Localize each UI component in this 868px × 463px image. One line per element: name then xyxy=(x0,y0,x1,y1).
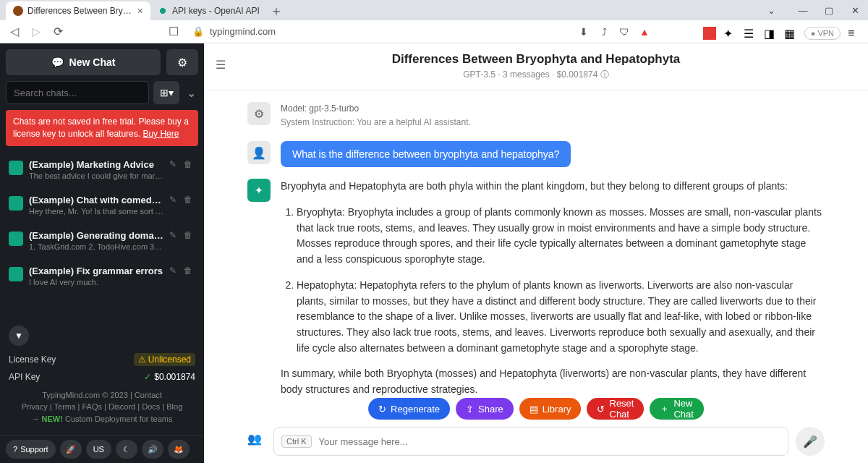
puzzle-icon[interactable]: ✦ xyxy=(723,27,736,40)
new-chat-button[interactable]: 💬 New Chat xyxy=(6,49,161,75)
chat-title: Differences Between Bryophyta and Hepato… xyxy=(218,52,854,67)
ai-list-item: Hepatophyta: Hepatophyta refers to the p… xyxy=(297,278,825,356)
expand-button[interactable]: ▼ xyxy=(9,326,29,346)
lock-icon: 🔒 xyxy=(192,26,204,37)
api-cost[interactable]: ✓$0.001874 xyxy=(144,372,195,382)
message-textfield[interactable] xyxy=(319,436,781,447)
close-window-button[interactable]: ✕ xyxy=(842,0,868,20)
rocket-button[interactable]: 🚀 xyxy=(60,440,82,459)
back-button[interactable]: ◁ xyxy=(7,25,22,39)
region-button[interactable]: US xyxy=(86,440,111,459)
license-key-label: License Key xyxy=(9,354,56,365)
library-button[interactable]: ▤Library xyxy=(519,398,582,420)
edit-icon[interactable]: ✎ xyxy=(169,159,181,171)
minimize-button[interactable]: — xyxy=(790,0,816,20)
edit-icon[interactable]: ✎ xyxy=(169,230,181,242)
bottom-toolbar: ?Support 🚀 US ☾ 🔊 🦊 xyxy=(0,435,204,463)
chat-item[interactable]: (Example) Generating domain n... 1. Task… xyxy=(0,223,204,258)
new-tab-button[interactable]: ＋ xyxy=(267,1,286,20)
check-icon: ✓ xyxy=(144,372,151,382)
assistant-message: ✦ Bryophyta and Hepatophyta are both phy… xyxy=(247,179,825,407)
chat-list: (Example) Marketing Advice The best advi… xyxy=(0,152,204,320)
user-message: 👤 What is the difference between bryophy… xyxy=(247,141,825,167)
browser-tab[interactable]: API keys - OpenAI API xyxy=(150,1,267,20)
calendar-icon[interactable]: ▦ xyxy=(784,27,797,40)
license-status[interactable]: ⚠Unlicensed xyxy=(134,353,195,366)
chat-item-icon xyxy=(9,232,23,246)
system-instruction-text: System Instruction: You are a helpful AI… xyxy=(281,117,471,127)
chat-icon: 💬 xyxy=(51,56,64,68)
shortcut-badge: Ctrl K xyxy=(281,435,312,448)
chat-item-title: (Example) Chat with comedian xyxy=(29,195,163,205)
trash-icon[interactable]: 🗑 xyxy=(184,266,195,277)
vpn-button[interactable]: ● VPN xyxy=(804,27,841,40)
ai-paragraph: In summary, while both Bryophyta (mosses… xyxy=(281,366,825,397)
tab-favicon xyxy=(158,6,168,16)
mic-button[interactable]: 🎤 xyxy=(796,427,825,456)
support-button[interactable]: ?Support xyxy=(6,440,56,459)
chat-item-title: (Example) Generating domain n... xyxy=(29,230,163,241)
trash-icon[interactable]: 🗑 xyxy=(184,230,195,242)
add-folder-button[interactable]: ⊞▾ xyxy=(153,81,179,104)
share-button[interactable]: ⇪Share xyxy=(456,398,514,420)
sort-button[interactable]: ⌄ xyxy=(184,81,198,104)
new-badge: NEW! xyxy=(42,415,63,423)
search-input[interactable] xyxy=(6,81,149,104)
chat-item-icon xyxy=(9,267,23,281)
ai-icon: ✦ xyxy=(247,179,271,202)
message-input[interactable]: Ctrl K xyxy=(273,427,788,456)
help-icon: ? xyxy=(13,445,17,454)
logo-button[interactable]: 🦊 xyxy=(168,440,190,459)
hamburger-icon[interactable]: ☰ xyxy=(216,58,226,72)
reload-button[interactable]: ⟳ xyxy=(51,25,65,39)
model-text: Model: gpt-3.5-turbo xyxy=(281,102,471,116)
user-icon: 👤 xyxy=(247,141,271,164)
sound-button[interactable]: 🔊 xyxy=(142,440,163,459)
tab-title: Differences Between Bryophyta a xyxy=(27,6,133,16)
forward-button[interactable]: ▷ xyxy=(29,25,43,39)
persona-icon[interactable]: 👥 xyxy=(247,432,266,451)
chat-header: ☰ Differences Between Bryophyta and Hepa… xyxy=(204,43,868,90)
chat-item[interactable]: (Example) Marketing Advice The best advi… xyxy=(0,152,204,187)
trash-icon[interactable]: 🗑 xyxy=(184,159,195,171)
ai-paragraph: Bryophyta and Hepatophyta are both phyla… xyxy=(281,179,825,195)
action-bar: ↻Regenerate ⇪Share ▤Library ↺Reset Chat … xyxy=(368,398,704,420)
shield-icon[interactable]: 🛡 xyxy=(618,25,631,38)
bookmark-icon[interactable]: ☐ xyxy=(166,25,181,39)
maximize-button[interactable]: ▢ xyxy=(816,0,842,20)
close-icon[interactable]: × xyxy=(137,5,143,17)
url-field[interactable]: 🔒 typingmind.com xyxy=(188,26,570,37)
buy-link[interactable]: Buy Here xyxy=(142,129,179,139)
refresh-icon: ↻ xyxy=(378,404,386,415)
edit-icon[interactable]: ✎ xyxy=(169,195,181,206)
window-controls: ⌄ — ▢ ✕ xyxy=(758,0,868,20)
chat-item-preview: The best advice I could give for marketi… xyxy=(29,171,163,180)
settings-button[interactable]: ⚙ xyxy=(166,49,198,75)
chat-item-preview: 1. TaskGrid.com 2. TodoHive.com 3. Task.… xyxy=(29,242,163,251)
trial-banner: Chats are not saved in free trial. Pleas… xyxy=(6,110,198,146)
list-icon[interactable]: ☰ xyxy=(744,27,757,40)
reset-chat-button[interactable]: ↺Reset Chat xyxy=(587,398,644,420)
chat-item-preview: Hey there, Mr. Yo! Is that some sort of … xyxy=(29,207,163,216)
warning-icon[interactable]: ▲ xyxy=(638,25,651,38)
menu-icon[interactable]: ≡ xyxy=(848,27,861,40)
share-icon[interactable]: ⤴ xyxy=(597,25,610,38)
theme-button[interactable]: ☾ xyxy=(116,440,137,459)
download-icon[interactable]: ⬇ xyxy=(577,25,590,38)
url-text: typingmind.com xyxy=(210,26,276,37)
book-icon: ▤ xyxy=(529,404,538,415)
gear-icon: ⚙ xyxy=(177,56,187,69)
sidepanel-icon[interactable]: ◨ xyxy=(764,27,777,40)
extension-icon[interactable] xyxy=(703,27,716,40)
trash-icon[interactable]: 🗑 xyxy=(184,195,195,206)
regenerate-button[interactable]: ↻Regenerate xyxy=(368,398,450,420)
chat-item[interactable]: (Example) Fix grammar errors I love AI v… xyxy=(0,258,204,294)
chat-item[interactable]: (Example) Chat with comedian Hey there, … xyxy=(0,187,204,223)
new-chat-button[interactable]: ＋New Chat xyxy=(650,398,703,420)
chevron-down-icon[interactable]: ⌄ xyxy=(758,0,784,20)
system-message: ⚙ Model: gpt-3.5-turbo System Instructio… xyxy=(247,102,825,129)
info-icon[interactable]: ⓘ xyxy=(600,69,609,80)
edit-icon[interactable]: ✎ xyxy=(169,266,181,277)
chat-item-preview: I love AI very much. xyxy=(29,278,163,286)
browser-tab-active[interactable]: Differences Between Bryophyta a × xyxy=(6,1,150,20)
